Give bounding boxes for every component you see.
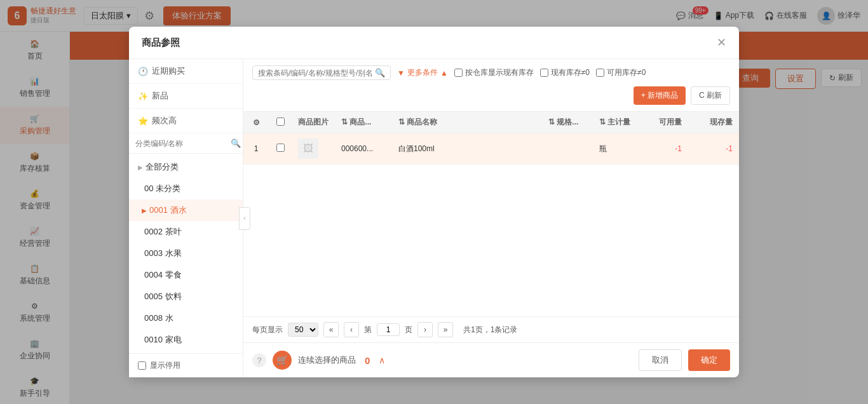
- tree-item-all[interactable]: ▶ 全部分类: [129, 156, 243, 178]
- checkbox-avail-ne0[interactable]: 可用库存≠0: [596, 67, 646, 78]
- search-icon[interactable]: 🔍: [375, 68, 385, 77]
- row-code: 000600...: [335, 133, 392, 165]
- tree-item-label: 0003 水果: [144, 248, 182, 259]
- last-page-button[interactable]: »: [438, 322, 453, 337]
- product-table: ⚙ 商品图片 ⇅ 商品... ⇅: [243, 112, 739, 165]
- table-spec-header[interactable]: ⇅ 规格...: [542, 112, 593, 133]
- tree-arrow-icon: ▶: [138, 164, 143, 171]
- filter-icon: ▼: [397, 69, 405, 77]
- search-input[interactable]: [258, 69, 372, 77]
- add-product-button[interactable]: + 新增商品: [634, 86, 686, 105]
- tab-recent-purchase[interactable]: 🕐 近期购买: [129, 59, 243, 84]
- tree-item-label: 0002 茶叶: [144, 226, 182, 238]
- tree-item-appliance[interactable]: 0010 家电: [129, 329, 243, 351]
- modal-footer-actions: ? 🛒 连续选择的商品 0 ∧ 取消 确定: [243, 343, 739, 377]
- recent-icon: 🕐: [138, 67, 148, 76]
- footer-right: 取消 确定: [639, 349, 730, 371]
- row-available: -1: [637, 133, 688, 165]
- table-name-header[interactable]: ⇅ 商品名称: [392, 112, 542, 133]
- new-icon: ✨: [138, 91, 148, 101]
- cancel-button[interactable]: 取消: [639, 349, 682, 371]
- confirm-button[interactable]: 确定: [688, 349, 730, 371]
- modal-right-panel: 🔍 ▼ 更多条件 ▲ 按仓库显示现有库存 现有库存≠0: [243, 59, 739, 377]
- total-info: 共1页，1条记录: [463, 325, 517, 335]
- modal: 商品参照 ✕ 🕐 近期购买 ✨ 新品 ⭐ 频次高: [129, 27, 739, 377]
- tree-item-label: 0008 水: [144, 313, 173, 324]
- row-unit: 瓶: [593, 133, 637, 165]
- table-settings-header[interactable]: ⚙: [243, 112, 269, 133]
- select-all-checkbox[interactable]: [276, 118, 285, 126]
- left-search-box: 🔍: [129, 133, 243, 154]
- tree-item-beverage[interactable]: 0005 饮料: [129, 286, 243, 307]
- row-spec: [542, 133, 593, 165]
- left-panel-collapse-button[interactable]: ‹: [239, 207, 250, 230]
- tab-label: 新品: [152, 90, 168, 102]
- table-unit-header[interactable]: ⇅ 主计量: [593, 112, 637, 133]
- footer-left: ? 🛒 连续选择的商品 0 ∧: [252, 351, 385, 370]
- per-page-select[interactable]: 50: [288, 323, 318, 337]
- filter-arrow-icon: ▲: [440, 69, 448, 77]
- table-code-header[interactable]: ⇅ 商品...: [335, 112, 392, 133]
- page-suffix-label: 页: [405, 325, 412, 335]
- filter-label: 更多条件: [407, 67, 438, 78]
- left-search-icon[interactable]: 🔍: [231, 138, 241, 148]
- tree-item-water[interactable]: 0008 水: [129, 307, 243, 329]
- modal-overlay: 商品参照 ✕ 🕐 近期购买 ✨ 新品 ⭐ 频次高: [0, 0, 868, 404]
- row-check[interactable]: [269, 133, 292, 165]
- modal-left-panel: 🕐 近期购买 ✨ 新品 ⭐ 频次高 ‹: [129, 59, 243, 377]
- tree-item-label: 0010 家电: [144, 334, 182, 346]
- cart-button[interactable]: 🛒: [273, 351, 292, 370]
- stock-ne0-checkbox[interactable]: [540, 69, 548, 77]
- table-stock-header: 现存量: [688, 112, 739, 133]
- footer-collapse-button[interactable]: ∧: [379, 355, 385, 365]
- row-num: 1: [243, 133, 269, 165]
- table-row[interactable]: 1 🖼 000600... 白酒100ml 瓶 -1 -1: [243, 133, 739, 165]
- by-warehouse-checkbox[interactable]: [454, 69, 463, 77]
- by-warehouse-label: 按仓库显示现有库存: [465, 67, 534, 78]
- product-thumbnail: 🖼: [298, 138, 318, 159]
- tree-item-tea[interactable]: 0002 茶叶: [129, 221, 243, 243]
- help-button[interactable]: ?: [252, 353, 266, 367]
- modal-title: 商品参照: [142, 37, 180, 49]
- table-check-header: [269, 112, 292, 133]
- show-disabled-text: 显示停用: [150, 360, 180, 371]
- checkbox-by-warehouse[interactable]: 按仓库显示现有库存: [454, 67, 534, 78]
- next-page-button[interactable]: ›: [417, 322, 433, 337]
- left-search-input[interactable]: [135, 139, 231, 148]
- checkbox-stock-ne0[interactable]: 现有库存≠0: [540, 67, 590, 78]
- row-name: 白酒100ml: [392, 133, 542, 165]
- avail-ne0-label: 可用库存≠0: [607, 67, 646, 78]
- sort-icon: ⇅: [398, 118, 405, 126]
- category-tree: ▶ 全部分类 00 未分类 ▶ 0001 酒水 0002 茶叶 0003 水果: [129, 154, 243, 353]
- show-disabled-checkbox[interactable]: [138, 361, 146, 370]
- first-page-button[interactable]: «: [323, 322, 339, 337]
- row-img: 🖼: [292, 133, 335, 165]
- tree-item-label: 0001 酒水: [149, 205, 187, 216]
- toolbar-right: + 新增商品 C 刷新: [634, 86, 730, 105]
- prev-page-button[interactable]: ‹: [344, 322, 359, 337]
- avail-ne0-checkbox[interactable]: [596, 69, 604, 77]
- tree-item-snack[interactable]: 0004 零食: [129, 264, 243, 286]
- tree-item-liquor[interactable]: ▶ 0001 酒水: [129, 199, 243, 221]
- tab-label: 频次高: [152, 115, 177, 126]
- tree-item-label: 0005 饮料: [144, 291, 182, 302]
- left-footer: 显示停用: [129, 353, 243, 377]
- tab-high-frequency[interactable]: ⭐ 频次高: [129, 109, 243, 133]
- sort-icon: ⇅: [341, 118, 348, 126]
- table-img-header: 商品图片: [292, 112, 335, 133]
- tree-item-fruit[interactable]: 0003 水果: [129, 243, 243, 264]
- tab-new-product[interactable]: ✨ 新品: [129, 84, 243, 109]
- selected-label: 连续选择的商品: [298, 354, 356, 366]
- modal-left-tabs: 🕐 近期购买 ✨ 新品 ⭐ 频次高: [129, 59, 243, 133]
- modal-close-button[interactable]: ✕: [717, 36, 726, 50]
- tree-item-label: 0004 零食: [144, 269, 182, 281]
- tree-item-uncategorized[interactable]: 00 未分类: [129, 178, 243, 199]
- filter-button[interactable]: ▼ 更多条件 ▲: [397, 67, 448, 78]
- page-number-input[interactable]: [377, 323, 400, 336]
- stock-ne0-label: 现有库存≠0: [551, 67, 590, 78]
- per-page-label: 每页显示: [252, 325, 283, 335]
- row-checkbox[interactable]: [276, 144, 285, 152]
- refresh-button[interactable]: C 刷新: [691, 86, 730, 105]
- tab-label: 近期购买: [152, 65, 185, 77]
- show-disabled-label[interactable]: 显示停用: [138, 360, 234, 371]
